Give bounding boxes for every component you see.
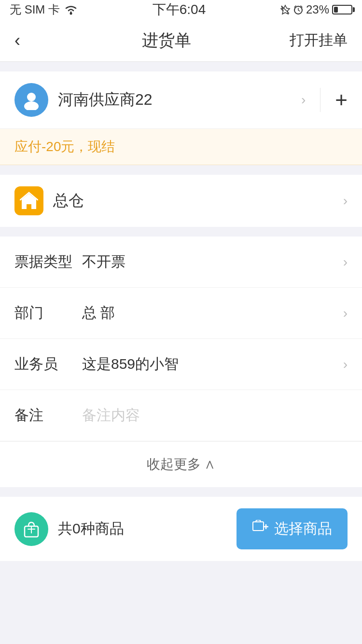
department-arrow-icon: › bbox=[343, 306, 348, 321]
battery-percent: 23% bbox=[306, 3, 329, 16]
person-icon bbox=[21, 90, 42, 110]
cart-add-icon bbox=[252, 520, 268, 534]
invoice-type-value: 不开票 bbox=[82, 252, 343, 272]
warehouse-name: 总仓 bbox=[53, 190, 343, 211]
department-row[interactable]: 部门 总 部 › bbox=[0, 288, 362, 339]
select-product-icon bbox=[252, 520, 268, 538]
gap-1 bbox=[0, 62, 362, 71]
page-title: 进货单 bbox=[142, 29, 191, 52]
remark-row[interactable]: 备注 备注内容 bbox=[0, 390, 362, 441]
notice-bar: 应付-20元，现结 bbox=[0, 129, 362, 165]
shopping-bag-icon bbox=[22, 519, 41, 539]
form-section: 票据类型 不开票 › 部门 总 部 › 业务员 这是859的小智 › 备注 备注… bbox=[0, 237, 362, 487]
notice-text: 应付-20元，现结 bbox=[14, 139, 115, 154]
remark-placeholder: 备注内容 bbox=[82, 406, 348, 425]
department-label: 部门 bbox=[14, 303, 82, 323]
battery-icon bbox=[332, 5, 352, 14]
gray-fill-area bbox=[0, 561, 362, 644]
svg-point-2 bbox=[27, 93, 36, 101]
warehouse-row[interactable]: 总仓 › bbox=[0, 175, 362, 227]
supplier-avatar bbox=[14, 83, 48, 117]
status-bar: 无 SIM 卡 下午6:04 23% bbox=[0, 0, 362, 19]
invoice-type-row[interactable]: 票据类型 不开票 › bbox=[0, 237, 362, 288]
home-icon bbox=[20, 192, 38, 210]
product-icon-bg bbox=[14, 512, 48, 546]
warehouse-arrow-icon: › bbox=[343, 193, 348, 209]
supplier-row[interactable]: 河南供应商22 › + bbox=[0, 71, 362, 129]
salesperson-label: 业务员 bbox=[14, 354, 82, 374]
svg-rect-5 bbox=[253, 522, 264, 531]
svg-point-3 bbox=[24, 101, 39, 110]
invoice-type-label: 票据类型 bbox=[14, 252, 82, 272]
nav-bar: ‹ 进货单 打开挂单 bbox=[0, 19, 362, 62]
add-supplier-button[interactable]: + bbox=[320, 88, 348, 112]
select-product-label: 选择商品 bbox=[274, 519, 332, 539]
status-left: 无 SIM 卡 bbox=[10, 2, 78, 17]
signal-text: 无 SIM 卡 bbox=[10, 2, 60, 17]
location-icon bbox=[280, 4, 291, 15]
invoice-arrow-icon: › bbox=[343, 254, 348, 270]
back-button[interactable]: ‹ bbox=[14, 30, 43, 51]
supplier-arrow-icon: › bbox=[301, 92, 306, 108]
remark-label: 备注 bbox=[14, 406, 82, 425]
supplier-name: 河南供应商22 bbox=[58, 89, 301, 111]
salesperson-value: 这是859的小智 bbox=[82, 354, 343, 374]
collapse-label: 收起更多 ∧ bbox=[147, 457, 216, 472]
select-product-button[interactable]: 选择商品 bbox=[237, 508, 348, 549]
department-value: 总 部 bbox=[82, 303, 343, 323]
collapse-button[interactable]: 收起更多 ∧ bbox=[0, 441, 362, 487]
alarm-icon bbox=[293, 4, 303, 15]
product-count-text: 共0种商品 bbox=[58, 519, 227, 539]
warehouse-section: 总仓 › bbox=[0, 175, 362, 227]
status-right: 23% bbox=[280, 3, 352, 16]
wifi-icon bbox=[64, 4, 78, 15]
svg-point-0 bbox=[70, 13, 72, 15]
open-pending-button[interactable]: 打开挂单 bbox=[290, 30, 348, 50]
supplier-section: 河南供应商22 › + 应付-20元，现结 bbox=[0, 71, 362, 165]
salesperson-row[interactable]: 业务员 这是859的小智 › bbox=[0, 339, 362, 390]
warehouse-icon-bg bbox=[14, 186, 43, 215]
status-time: 下午6:04 bbox=[153, 0, 206, 19]
gap-2 bbox=[0, 165, 362, 175]
bottom-bar: 共0种商品 选择商品 bbox=[0, 497, 362, 561]
salesperson-arrow-icon: › bbox=[343, 357, 348, 372]
